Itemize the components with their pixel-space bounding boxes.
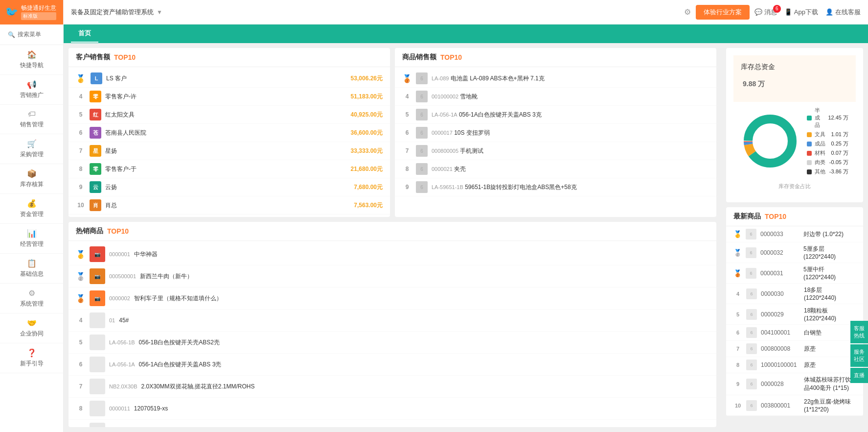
product-thumb	[90, 335, 105, 350]
product-code: NB2.0X30B	[109, 384, 137, 389]
new-product-thumb: 6	[746, 229, 756, 240]
search-menu-button[interactable]: 🔍 搜索菜单	[5, 28, 58, 41]
product-code: 01	[109, 317, 115, 323]
rank-amount: 7,563.00元	[354, 201, 383, 210]
sidebar-item-库存核算[interactable]: 📦库存核算	[0, 164, 63, 194]
inventory-label: 库存资金占比	[733, 183, 856, 195]
product-name: 056-1B白色按键开关壳ABS2壳	[139, 338, 220, 347]
product-info: 000800005 手机测试	[432, 147, 483, 155]
app-download-button[interactable]: 📱 App下载	[784, 8, 818, 17]
new-product-thumb: 6	[746, 400, 757, 411]
float-button-直播[interactable]: 直播	[850, 368, 868, 383]
sidebar-item-销售管理[interactable]: 🏷销售管理	[0, 105, 63, 134]
new-products-list: 🥇 6 0000033 封边带 (1.0*22) 🥈 6 0000032 5厘多…	[726, 226, 863, 416]
product-code: 0000001	[109, 251, 130, 257]
new-product-name: 体城荔枝味苏打饮品400毫升 (1*15)	[804, 376, 856, 392]
product-code: LA-056-1A	[109, 361, 135, 367]
customer-rank-item: 9 云 云扬 7,680.00元	[69, 178, 390, 196]
legend-value: 0.07 万	[831, 149, 848, 157]
product-thumb: 📷	[90, 290, 105, 306]
rank-avatar: 云	[90, 181, 101, 193]
legend-label: 其他	[815, 168, 826, 175]
rank-number: 4	[76, 92, 86, 101]
product-thumb	[90, 401, 105, 416]
hot-product-item: 4 01 45#	[69, 310, 716, 332]
system-selector[interactable]: 装备及固定资产辅助管理系统 ▼	[71, 8, 679, 17]
online-service-button[interactable]: 👤 在线客服	[825, 8, 861, 17]
float-button-客服热线[interactable]: 客服热线	[850, 321, 868, 343]
legend-label: 材料	[815, 149, 828, 157]
trial-button[interactable]: 体验行业方案	[696, 5, 750, 20]
product-info: LA-089 电池盖 LA-089 ABS本色+黑种 7.1克	[432, 74, 545, 83]
product-thumb: 6	[416, 91, 428, 102]
logo-text: 畅捷通好生意	[21, 4, 56, 12]
rank-number: 10	[76, 200, 86, 210]
logo-badge: 标准版	[21, 12, 56, 20]
sidebar-item-系统管理[interactable]: ⚙系统管理	[0, 284, 63, 313]
rank-name: 云扬	[105, 183, 350, 192]
sidebar-item-快捷导航[interactable]: 🏠快捷导航	[0, 45, 63, 75]
new-product-item: 🥇 6 0000033 封边带 (1.0*22)	[726, 226, 863, 242]
sidebar-item-企业协同[interactable]: 🤝企业协同	[0, 313, 63, 343]
tab-home[interactable]: 首页	[71, 25, 98, 43]
message-badge: 6	[773, 5, 781, 13]
message-icon: 💬	[754, 8, 762, 16]
new-product-thumb: 6	[746, 309, 757, 320]
topbar-right: 💬 消息 6 📱 App下载 👤 在线客服	[754, 8, 861, 17]
legend-value: -0.05 万	[829, 159, 848, 166]
new-product-code: 000800008	[761, 345, 800, 352]
new-product-item: 4 6 0000030 18多层 (1220*2440)	[726, 284, 863, 304]
product-sales-rank-item: 7 6 000800005 手机测试	[395, 142, 716, 160]
online-service-label: 在线客服	[835, 8, 861, 17]
float-button-服务社区[interactable]: 服务社区	[850, 344, 868, 367]
service-icon: 👤	[825, 8, 833, 16]
product-thumb: 6	[416, 127, 428, 139]
inventory-amount: 9.88万	[741, 74, 848, 90]
rank-avatar: 星	[90, 145, 101, 157]
rank-avatar: 零	[90, 91, 101, 102]
product-sales-rank-item: 🥉 6 LA-089 电池盖 LA-089 ABS本色+黑种 7.1克	[395, 70, 716, 88]
new-product-code: 0000033	[760, 231, 799, 238]
system-name: 装备及固定资产辅助管理系统	[71, 8, 154, 17]
new-product-name: 18多层 (1220*2440)	[804, 286, 856, 301]
legend-value: 1.01 万	[831, 131, 848, 138]
sidebar-item-营销推广[interactable]: 📢营销推广	[0, 75, 63, 105]
sidebar-item-新手引导[interactable]: ❓新手引导	[0, 343, 63, 373]
search-icon: 🔍	[8, 31, 15, 38]
legend-value: 12.45 万	[828, 114, 848, 121]
message-button[interactable]: 💬 消息 6	[754, 8, 777, 17]
rank-amount: 53,006.26元	[351, 74, 383, 83]
new-product-code: 0000029	[761, 311, 800, 318]
new-product-thumb: 6	[746, 268, 756, 279]
legend-label: 成品	[815, 140, 828, 147]
customer-rank-item: 7 星 星扬 33,333.00元	[69, 142, 390, 160]
main-columns: 客户销售额 TOP10 🥇 L LS 客户 53,006.26元 4 零 零售客…	[64, 43, 721, 432]
product-code: 0000011	[109, 406, 130, 411]
product-thumb: 6	[416, 181, 428, 193]
new-product-name: 原垄	[804, 361, 856, 369]
sidebar-item-经营管理[interactable]: 📊经营管理	[0, 224, 63, 254]
new-product-item: 6 6 004100001 白钢垫	[726, 325, 863, 341]
product-thumb: 6	[416, 72, 428, 84]
sidebar-item-采购管理[interactable]: 🛒采购管理	[0, 134, 63, 164]
sidebar-item-资金管理[interactable]: 💰资金管理	[0, 194, 63, 224]
product-thumb: 📷	[90, 246, 105, 262]
legend-label: 肉类	[815, 159, 826, 166]
float-buttons: 客服热线服务社区直播	[850, 321, 868, 383]
sidebar-item-基础信息[interactable]: 📋基础信息	[0, 254, 63, 284]
rank-amount: 51,183.00元	[351, 93, 383, 101]
rank-name: 星扬	[105, 147, 347, 155]
hot-product-item: 🥈 📷 000500001 新西兰牛肉（新牛）	[69, 265, 716, 288]
hot-product-item: 9 KK-SD22110H 花语萌信温分题罐袋（厚款）	[69, 420, 716, 427]
sidebar: 🐦 畅捷通好生意 标准版 🔍 搜索菜单 🏠快捷导航📢营销推广🏷销售管理🛒采购管理…	[0, 0, 64, 432]
hot-product-item: 7 NB2.0X30B 2.0X30MM双搓花轴,搓花直径2.1MM/ROHS	[69, 376, 716, 398]
product-sales-rank-item: 4 6 001000002 雪地靴	[395, 88, 716, 106]
rank-name: 零售客户-于	[105, 165, 347, 173]
rank-amount: 33,333.00元	[351, 147, 383, 155]
gear-icon[interactable]: ⚙	[684, 7, 691, 17]
product-code: 0000002	[109, 295, 130, 301]
inventory-card: 库存总资金 9.88万	[726, 48, 863, 202]
product-name: 45#	[119, 317, 129, 324]
product-sales-rank-header: 商品销售额 TOP10	[395, 48, 716, 67]
app-download-label: App下载	[794, 8, 818, 17]
